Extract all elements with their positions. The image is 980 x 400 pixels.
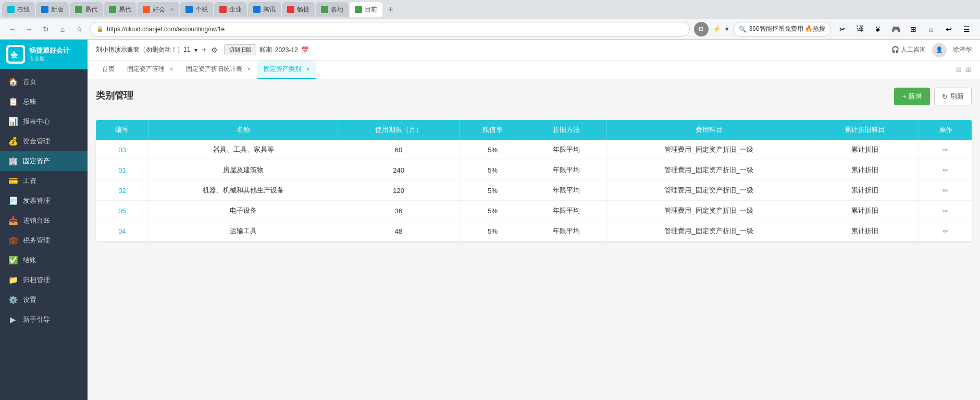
edit-icon-3[interactable]: ✏ bbox=[942, 207, 948, 215]
sidebar-item-guide[interactable]: ▶ 新手引导 bbox=[0, 310, 88, 330]
browser-tab-7[interactable]: 腾讯 bbox=[248, 2, 281, 17]
row-4-residual: 5% bbox=[459, 221, 526, 241]
row-2-action[interactable]: ✏ bbox=[919, 180, 972, 201]
tab-depreciation-report[interactable]: 固定资产折旧统计表 ✕ bbox=[180, 60, 257, 79]
address-bar: ← → ↻ ⌂ ☆ 🔒 https://cloud.chanjet.com/ac… bbox=[0, 19, 980, 40]
row-4-accum: 累计折旧 bbox=[811, 221, 919, 241]
dropdown-arrow-icon[interactable]: ▾ bbox=[194, 46, 197, 54]
expand-tab-icon[interactable]: ⊞ bbox=[966, 66, 972, 74]
switch-to-old-btn[interactable]: 切到旧版 bbox=[224, 44, 256, 55]
grid-icon[interactable]: ⊞ bbox=[906, 22, 921, 37]
url-box[interactable]: 🔒 https://cloud.chanjet.com/accounting/u… bbox=[90, 22, 690, 37]
new-tab-button[interactable]: + bbox=[383, 2, 398, 17]
forward-button[interactable]: → bbox=[23, 23, 35, 35]
row-4-action[interactable]: ✏ bbox=[919, 221, 972, 241]
settings-icon[interactable]: ☼ bbox=[924, 22, 938, 37]
table-row: 02 机器、机械和其他生产设备 120 5% 年限平均 管理费用_固定资产折旧_… bbox=[96, 180, 972, 201]
game-icon[interactable]: 🎮 bbox=[888, 22, 903, 37]
browser-tab-10[interactable]: 目前 bbox=[350, 2, 382, 17]
page-title: 类别管理 bbox=[96, 89, 133, 102]
logo-text: 畅捷通好会计 专业版 bbox=[29, 46, 70, 63]
browser-tab-6[interactable]: 企业 bbox=[214, 2, 247, 17]
edit-icon-0[interactable]: ✏ bbox=[942, 146, 948, 154]
period-info: 切到旧版 账期 2023-12 📅 bbox=[224, 44, 309, 55]
row-3-code[interactable]: 05 bbox=[96, 201, 148, 221]
browser-tab-5[interactable]: 个税 bbox=[180, 2, 213, 17]
row-0-method: 年限平均 bbox=[526, 140, 607, 160]
row-4-method: 年限平均 bbox=[526, 221, 607, 241]
undo-icon[interactable]: ↩ bbox=[941, 22, 956, 37]
scissors-icon[interactable]: ✂ bbox=[835, 22, 850, 37]
sidebar-item-reports[interactable]: 📊 报表中心 bbox=[0, 112, 88, 131]
sidebar-item-fixed-assets[interactable]: 🏢 固定资产 bbox=[0, 151, 88, 171]
row-2-code[interactable]: 02 bbox=[96, 180, 148, 201]
search-box[interactable]: 🔍 360智能抠图免费用 🔥热搜 bbox=[733, 22, 831, 37]
tab-home[interactable]: 首页 bbox=[96, 60, 121, 79]
username-label: 徐泽华 bbox=[953, 45, 972, 54]
tab-close-asset-category[interactable]: ✕ bbox=[306, 66, 310, 72]
sidebar-item-home[interactable]: 🏠 首页 bbox=[0, 72, 88, 92]
period-label: 账期 bbox=[259, 45, 272, 54]
header-right: 🎧 人工咨询 👤 徐泽华 bbox=[891, 43, 972, 57]
tab-close-depreciation-report[interactable]: ✕ bbox=[247, 66, 251, 72]
refresh-icon: ↻ bbox=[942, 93, 948, 101]
sidebar-item-close[interactable]: ✅ 结账 bbox=[0, 250, 88, 270]
settings-account-icon[interactable]: ⚙ bbox=[211, 46, 218, 54]
tab-fixed-assets-mgmt[interactable]: 固定资产管理 ✕ bbox=[121, 60, 180, 79]
tab-close-4[interactable]: ✕ bbox=[170, 7, 174, 13]
app-header: 刘小艳演示账套（勿删勿动！）11 ▾ + ⚙ 切到旧版 账期 2023-12 📅… bbox=[88, 40, 980, 60]
add-button[interactable]: + 新增 bbox=[894, 88, 930, 105]
row-4-code[interactable]: 04 bbox=[96, 221, 148, 241]
translate-icon[interactable]: 译 bbox=[853, 22, 867, 37]
browser-tab-3[interactable]: 易代 bbox=[104, 2, 137, 17]
table-row: 01 房屋及建筑物 240 5% 年限平均 管理费用_固定资产折旧_一级 累计折… bbox=[96, 160, 972, 180]
col-action: 操作 bbox=[919, 120, 972, 140]
browser-tab-0[interactable]: 在线 bbox=[2, 2, 35, 17]
sidebar-item-tax[interactable]: 💼 税务管理 bbox=[0, 231, 88, 250]
calendar-icon[interactable]: 📅 bbox=[301, 46, 309, 54]
sidebar-item-archive[interactable]: 📁 归档管理 bbox=[0, 270, 88, 290]
browser-tab-2[interactable]: 易代 bbox=[70, 2, 103, 17]
sidebar-item-invoice[interactable]: 🧾 发票管理 bbox=[0, 191, 88, 211]
col-code: 编号 bbox=[96, 120, 148, 140]
boost-icon[interactable]: ⚡ bbox=[713, 25, 721, 33]
sidebar-item-sales[interactable]: 📥 进销台账 bbox=[0, 211, 88, 231]
row-3-expense: 管理费用_固定资产折旧_一级 bbox=[606, 201, 811, 221]
browser-tab-4[interactable]: 好会 ✕ bbox=[138, 2, 179, 17]
row-2-method: 年限平均 bbox=[526, 180, 607, 201]
col-accum: 累计折旧科目 bbox=[811, 120, 919, 140]
fixed-assets-icon: 🏢 bbox=[8, 156, 18, 166]
home-button[interactable]: ⌂ bbox=[56, 23, 69, 35]
tab-close-fixed-assets-mgmt[interactable]: ✕ bbox=[169, 66, 173, 72]
sidebar-item-salary[interactable]: 💳 工资 bbox=[0, 171, 88, 191]
reload-button[interactable]: ↻ bbox=[40, 23, 52, 35]
tab-actions: ⊟ ⊞ bbox=[956, 66, 972, 74]
add-account-button[interactable]: + bbox=[202, 45, 206, 55]
sidebar-item-settings[interactable]: ⚙️ 设置 bbox=[0, 290, 88, 310]
back-button[interactable]: ← bbox=[6, 23, 19, 35]
row-0-action[interactable]: ✏ bbox=[919, 140, 972, 160]
wallet-icon[interactable]: ¥ bbox=[871, 22, 885, 37]
search-icon: 🔍 bbox=[739, 26, 747, 33]
row-2-expense: 管理费用_固定资产折旧_一级 bbox=[606, 180, 811, 201]
row-0-code[interactable]: 03 bbox=[96, 140, 148, 160]
edit-icon-1[interactable]: ✏ bbox=[942, 166, 948, 174]
edit-icon-4[interactable]: ✏ bbox=[942, 227, 948, 235]
row-2-residual: 5% bbox=[459, 180, 526, 201]
sidebar-item-ledger[interactable]: 📋 总账 bbox=[0, 92, 88, 112]
sidebar-item-funds[interactable]: 💰 资金管理 bbox=[0, 131, 88, 151]
service-label[interactable]: 🎧 人工咨询 bbox=[891, 45, 926, 54]
row-1-code[interactable]: 01 bbox=[96, 160, 148, 180]
browser-tab-1[interactable]: 新版 bbox=[36, 2, 69, 17]
bookmark-button[interactable]: ☆ bbox=[73, 23, 85, 35]
row-3-action[interactable]: ✏ bbox=[919, 201, 972, 221]
refresh-button[interactable]: ↻ 刷新 bbox=[934, 88, 972, 105]
expand-icon[interactable]: ▾ bbox=[725, 25, 729, 33]
minimize-tab-icon[interactable]: ⊟ bbox=[956, 66, 962, 74]
tab-asset-category[interactable]: 固定资产类别 ✕ bbox=[257, 60, 316, 79]
edit-icon-2[interactable]: ✏ bbox=[942, 187, 948, 195]
menu-icon[interactable]: ☰ bbox=[959, 22, 974, 37]
browser-tab-9[interactable]: 各地 bbox=[316, 2, 349, 17]
row-1-action[interactable]: ✏ bbox=[919, 160, 972, 180]
browser-tab-8[interactable]: 畅提 bbox=[282, 2, 315, 17]
